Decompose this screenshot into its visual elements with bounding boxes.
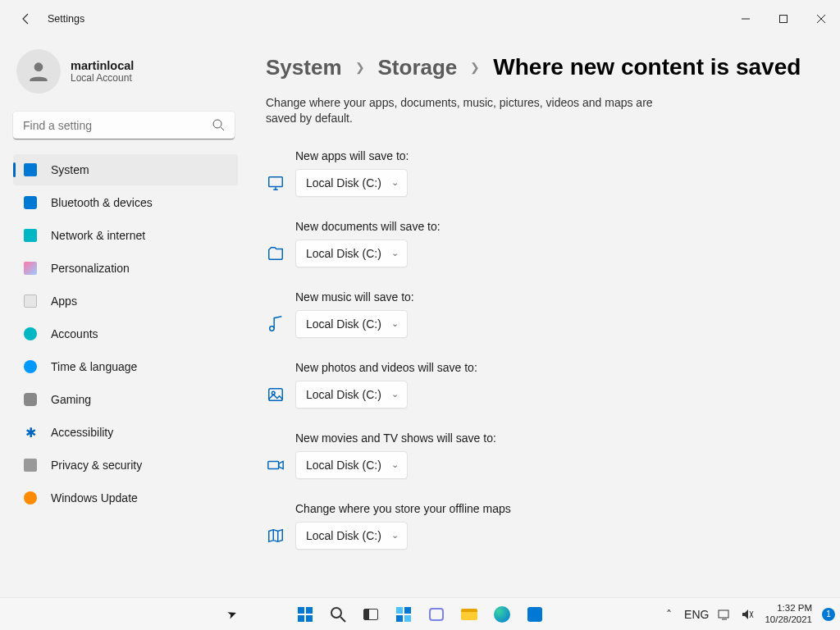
titlebar: Settings xyxy=(0,0,840,38)
svg-rect-11 xyxy=(306,607,313,614)
widgets-button[interactable] xyxy=(389,600,418,629)
svg-rect-12 xyxy=(298,615,304,622)
photos-location-dropdown[interactable]: Local Disk (C:) ⌄ xyxy=(295,381,408,409)
chevron-down-icon: ⌄ xyxy=(391,530,399,541)
person-icon xyxy=(23,326,38,341)
chevron-down-icon: ⌄ xyxy=(391,177,399,188)
language-indicator[interactable]: ENG xyxy=(681,600,712,629)
gaming-icon xyxy=(23,392,38,407)
search-box xyxy=(13,112,235,139)
music-save-icon xyxy=(266,314,285,334)
setting-documents: New documents will save to: Local Disk (… xyxy=(266,220,807,267)
page-description: Change where your apps, documents, music… xyxy=(266,95,660,126)
system-icon xyxy=(23,162,38,177)
breadcrumb-storage[interactable]: Storage xyxy=(378,55,458,80)
update-icon xyxy=(23,491,38,505)
dropdown-value: Local Disk (C:) xyxy=(306,529,381,542)
chevron-down-icon: ⌄ xyxy=(391,459,399,470)
shield-icon xyxy=(23,458,38,472)
setting-movies: New movies and TV shows will save to: Lo… xyxy=(266,431,807,479)
clock[interactable]: 1:32 PM 10/28/2021 xyxy=(760,603,817,624)
sidebar-item-update[interactable]: Windows Update xyxy=(13,482,238,514)
minimize-button[interactable] xyxy=(727,6,765,32)
breadcrumb-system[interactable]: System xyxy=(266,55,342,80)
music-location-dropdown[interactable]: Local Disk (C:) ⌄ xyxy=(295,310,408,338)
sidebar-item-gaming[interactable]: Gaming xyxy=(13,384,238,415)
search-input[interactable] xyxy=(13,112,235,139)
apps-location-dropdown[interactable]: Local Disk (C:) ⌄ xyxy=(295,169,408,197)
sidebar-item-label: Apps xyxy=(51,294,77,308)
breadcrumb: System ❯ Storage ❯ Where new content is … xyxy=(266,54,807,80)
svg-rect-13 xyxy=(306,615,313,622)
dropdown-value: Local Disk (C:) xyxy=(306,317,381,331)
svg-rect-19 xyxy=(404,615,411,622)
sidebar-item-network[interactable]: Network & internet xyxy=(13,220,238,251)
setting-label: New music will save to: xyxy=(295,290,807,304)
sidebar-item-label: Personalization xyxy=(51,262,130,275)
svg-rect-1 xyxy=(780,16,788,23)
documents-save-icon xyxy=(266,244,285,263)
back-button[interactable] xyxy=(18,11,34,27)
taskbar-search-button[interactable] xyxy=(323,600,353,629)
taskbar: ˄ ENG 1:32 PM 10/28/2021 1 xyxy=(0,597,840,630)
sidebar-item-label: Gaming xyxy=(51,393,91,406)
sidebar-item-personalization[interactable]: Personalization xyxy=(13,253,238,284)
sidebar: martinlocal Local Account System Bluetoo… xyxy=(0,38,246,597)
svg-rect-5 xyxy=(269,176,283,186)
window-controls xyxy=(727,6,840,32)
start-button[interactable] xyxy=(290,600,320,629)
close-button[interactable] xyxy=(802,6,840,32)
sidebar-item-time[interactable]: Time & language xyxy=(13,351,238,382)
maps-location-dropdown[interactable]: Local Disk (C:) ⌄ xyxy=(295,522,408,550)
network-icon[interactable] xyxy=(714,600,735,629)
svg-rect-20 xyxy=(719,610,728,618)
dropdown-value: Local Disk (C:) xyxy=(306,176,381,189)
setting-label: Change where you store your offline maps xyxy=(295,502,807,515)
sidebar-item-label: Network & internet xyxy=(51,229,145,242)
notification-badge[interactable]: 1 xyxy=(822,608,835,621)
svg-line-4 xyxy=(221,127,224,130)
sidebar-item-system[interactable]: System xyxy=(13,154,238,185)
sidebar-item-privacy[interactable]: Privacy & security xyxy=(13,450,238,481)
dropdown-value: Local Disk (C:) xyxy=(306,247,381,260)
edge-button[interactable] xyxy=(487,600,517,629)
bluetooth-icon xyxy=(23,195,38,210)
taskbar-center xyxy=(290,600,550,629)
sidebar-item-label: Accessibility xyxy=(51,426,113,439)
sidebar-item-bluetooth[interactable]: Bluetooth & devices xyxy=(13,187,238,218)
svg-point-6 xyxy=(270,326,275,331)
app-title: Settings xyxy=(48,13,84,25)
tray-overflow-button[interactable]: ˄ xyxy=(658,600,679,629)
sidebar-item-label: Bluetooth & devices xyxy=(51,196,153,209)
movies-location-dropdown[interactable]: Local Disk (C:) ⌄ xyxy=(295,451,408,479)
sidebar-item-accounts[interactable]: Accounts xyxy=(13,318,238,349)
main-content: System ❯ Storage ❯ Where new content is … xyxy=(246,38,840,597)
clock-date: 10/28/2021 xyxy=(765,614,812,625)
maps-save-icon xyxy=(266,526,285,546)
sidebar-item-label: Accounts xyxy=(51,327,98,340)
page-title: Where new content is saved xyxy=(493,54,801,80)
system-tray: ˄ ENG 1:32 PM 10/28/2021 1 xyxy=(658,600,840,629)
svg-rect-10 xyxy=(298,607,304,614)
store-button[interactable] xyxy=(520,600,550,629)
sidebar-item-apps[interactable]: Apps xyxy=(13,285,238,317)
explorer-button[interactable] xyxy=(454,600,484,629)
volume-icon[interactable] xyxy=(737,600,758,629)
svg-rect-16 xyxy=(396,607,403,614)
chevron-right-icon: ❯ xyxy=(470,61,480,74)
sidebar-item-accessibility[interactable]: ✱ Accessibility xyxy=(13,417,238,448)
avatar xyxy=(16,49,61,94)
setting-label: New documents will save to: xyxy=(295,220,807,233)
setting-photos: New photos and videos will save to: Loca… xyxy=(266,361,807,409)
user-block[interactable]: martinlocal Local Account xyxy=(13,49,238,94)
documents-location-dropdown[interactable]: Local Disk (C:) ⌄ xyxy=(295,240,408,267)
chat-button[interactable] xyxy=(422,600,451,629)
sidebar-item-label: Windows Update xyxy=(51,491,138,504)
sidebar-item-label: Privacy & security xyxy=(51,459,142,472)
brush-icon xyxy=(23,261,38,276)
wifi-icon xyxy=(23,228,38,243)
chevron-down-icon: ⌄ xyxy=(391,248,399,258)
setting-music: New music will save to: Local Disk (C:) … xyxy=(266,290,807,338)
task-view-button[interactable] xyxy=(356,600,386,629)
maximize-button[interactable] xyxy=(765,6,802,32)
